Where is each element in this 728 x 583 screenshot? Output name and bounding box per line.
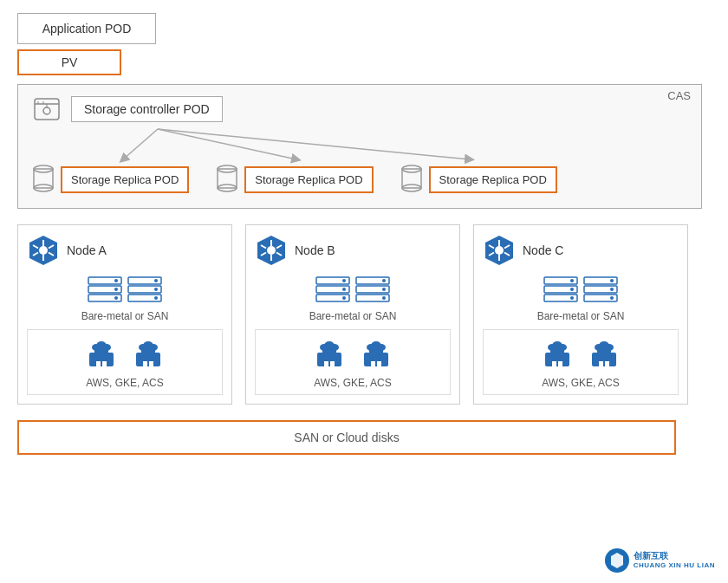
svg-point-4	[43, 107, 50, 114]
svg-point-37	[154, 288, 158, 291]
watermark-text: 创新互联 CHUANG XIN HU LIAN	[634, 550, 715, 570]
svg-point-116	[558, 344, 567, 351]
node-a-label: Node A	[67, 243, 107, 257]
svg-point-78	[382, 296, 386, 300]
svg-point-36	[154, 279, 158, 282]
cas-container: CAS Storage controller POD	[17, 84, 702, 209]
cylinder-icon-1	[31, 164, 55, 195]
k8s-icon-a	[27, 234, 60, 267]
svg-marker-127	[611, 553, 623, 568]
disk-stack-b-1	[315, 275, 351, 307]
svg-point-104	[570, 279, 574, 282]
node-b-cloud-icons	[310, 335, 395, 373]
pv-label: PV	[62, 55, 78, 69]
nodes-section: Node A	[17, 224, 711, 405]
svg-point-53	[139, 344, 147, 351]
replica-pod-label-2: Storage Replica POD	[255, 173, 362, 186]
svg-point-38	[154, 296, 158, 300]
disk-stack-a-2	[127, 275, 163, 307]
storage-controller-label: Storage controller POD	[84, 102, 210, 116]
disk-group-a-1	[87, 275, 163, 307]
node-c-bare-metal-label: Bare-metal or SAN	[483, 310, 679, 322]
svg-rect-92	[377, 361, 381, 366]
disk-stack-c-2	[582, 275, 619, 307]
replica-pod-box-2: Storage Replica POD	[244, 166, 373, 193]
svg-point-83	[320, 344, 328, 351]
node-a-bare-metal-label: Bare-metal or SAN	[27, 310, 223, 322]
storage-controller-box: Storage controller POD	[71, 96, 223, 122]
cloud-icon-c-2	[585, 335, 623, 373]
svg-rect-44	[96, 361, 101, 366]
cloud-icon-a-2	[129, 335, 167, 373]
svg-point-60	[267, 246, 276, 255]
cloud-icon-b-2	[357, 335, 395, 373]
node-a-cloud-section: AWS, GKE, ACS	[27, 329, 223, 395]
san-bar-label: SAN or Cloud disks	[294, 431, 399, 444]
svg-rect-55	[149, 361, 153, 366]
svg-point-72	[342, 296, 346, 300]
disk-stack-c-1	[543, 275, 579, 307]
disk-stack-a-1	[87, 275, 123, 307]
svg-point-42	[102, 344, 111, 351]
node-c-header: Node C	[483, 234, 679, 267]
svg-point-112	[610, 296, 614, 300]
svg-point-123	[605, 344, 614, 351]
cloud-icon-c-1	[538, 335, 576, 373]
svg-rect-125	[599, 361, 603, 366]
svg-line-7	[158, 129, 296, 159]
k8s-icon-c	[483, 234, 516, 267]
replica-item-2: Storage Replica POD	[215, 164, 373, 195]
svg-point-77	[382, 288, 386, 291]
replica-item-3: Storage Replica POD	[400, 164, 557, 195]
disk-group-b-1	[315, 275, 391, 307]
svg-point-71	[342, 288, 346, 291]
svg-point-20	[39, 246, 48, 255]
node-box-b: Node B	[245, 224, 460, 405]
svg-rect-119	[558, 361, 562, 366]
svg-point-76	[382, 279, 386, 282]
replica-pod-box-3: Storage Replica POD	[429, 166, 557, 193]
app-pod-box: Application POD	[17, 13, 156, 44]
node-a-cloud-label: AWS, GKE, ACS	[86, 377, 164, 389]
node-c-cloud-label: AWS, GKE, ACS	[542, 377, 620, 389]
node-box-a: Node A	[17, 224, 232, 405]
node-box-c: Node C	[473, 224, 688, 405]
node-b-header: Node B	[255, 234, 451, 267]
storage-controller-row: Storage controller POD	[31, 94, 688, 125]
svg-point-94	[495, 246, 504, 255]
svg-point-111	[610, 288, 614, 291]
replica-row: Storage Replica POD Storage Replica POD	[31, 164, 688, 195]
node-b-disk-icons	[255, 275, 451, 307]
arrows-svg	[71, 129, 591, 159]
san-bar: SAN or Cloud disks	[17, 420, 676, 455]
replica-pod-label-1: Storage Replica POD	[71, 173, 179, 186]
node-c-cloud-section: AWS, GKE, ACS	[483, 329, 679, 395]
node-a-disk-icons	[27, 275, 223, 307]
controller-icon	[31, 94, 62, 125]
svg-point-110	[610, 279, 614, 282]
svg-rect-85	[330, 361, 335, 366]
replica-pod-label-3: Storage Replica POD	[439, 173, 547, 186]
svg-point-70	[342, 279, 346, 282]
node-c-label: Node C	[523, 243, 563, 257]
svg-point-31	[114, 288, 118, 291]
node-b-cloud-label: AWS, GKE, ACS	[314, 377, 392, 389]
svg-rect-118	[552, 361, 556, 366]
svg-point-117	[548, 344, 556, 351]
app-pod-label: Application POD	[42, 22, 132, 36]
svg-rect-91	[371, 361, 375, 366]
disk-stack-b-2	[354, 275, 391, 307]
replica-pod-box-1: Storage Replica POD	[61, 166, 189, 193]
node-c-cloud-icons	[538, 335, 623, 373]
svg-point-89	[377, 344, 386, 351]
node-c-disk-icons	[483, 275, 679, 307]
svg-rect-45	[102, 361, 107, 366]
svg-point-90	[367, 344, 375, 351]
svg-point-32	[114, 296, 118, 300]
svg-point-43	[92, 344, 101, 351]
disk-group-c-1	[543, 275, 619, 307]
pv-box: PV	[17, 49, 121, 75]
cloud-icon-a-1	[82, 335, 120, 373]
node-b-label: Node B	[295, 243, 335, 257]
svg-point-82	[330, 344, 339, 351]
